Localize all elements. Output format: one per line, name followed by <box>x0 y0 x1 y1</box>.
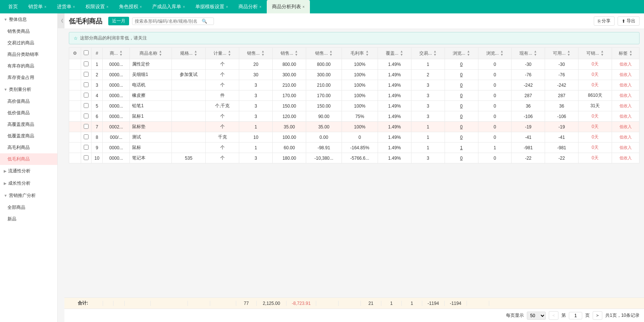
th-sales-amount[interactable]: 销售...▲▼ <box>273 48 306 59</box>
share-icon: ⎘ <box>598 19 600 24</box>
th-current-stock[interactable]: 现有...▲▼ <box>512 48 545 59</box>
search-icon[interactable]: 🔍 <box>202 19 207 24</box>
sidebar-item-category-sales-rate[interactable]: 商品分类助销率 <box>0 49 57 60</box>
row-checkbox[interactable] <box>84 103 89 108</box>
th-coverage[interactable]: 覆盖...▲▼ <box>378 48 411 59</box>
nav-product-inbound[interactable]: 产成品入库单 × <box>147 0 190 13</box>
th-spec[interactable]: 规格...▲▼ <box>172 48 206 59</box>
th-settings[interactable]: ⚙ <box>69 48 81 59</box>
close-icon[interactable]: × <box>106 5 109 9</box>
cell-sales-qty: 30 <box>239 70 273 80</box>
sidebar-item-all-products[interactable]: 全部商品 <box>0 202 57 213</box>
nav-template-settings[interactable]: 单据模板设置 × <box>190 0 233 13</box>
sidebar-item-high-value[interactable]: 高价值商品 <box>0 96 57 107</box>
sidebar-item-sales-products[interactable]: 销售类商品 <box>0 26 57 37</box>
cell-sales-profit: 170.00 <box>306 90 342 101</box>
cell-view1[interactable]: 0 <box>445 101 478 111</box>
export-button[interactable]: ⬆ 导出 <box>618 16 640 26</box>
row-checkbox[interactable] <box>84 134 89 139</box>
row-checkbox[interactable] <box>84 93 89 98</box>
th-code[interactable]: 商...▲▼ <box>103 48 130 59</box>
nav-product-analysis[interactable]: 商品分析 × <box>233 0 267 13</box>
th-unit[interactable]: 计量...▲▼ <box>206 48 239 59</box>
date-filter-button[interactable]: 近一月 <box>108 17 129 25</box>
nav-sales-order[interactable]: 销货单 × <box>23 0 52 13</box>
sidebar-item-stock-funds[interactable]: 库存资金占用 <box>0 72 57 83</box>
th-name[interactable]: 商品名称▲▼ <box>130 48 172 59</box>
sidebar-group-category-title[interactable]: ▼ 类别量分析 <box>0 83 57 96</box>
cell-view1[interactable]: 0 <box>445 122 478 132</box>
prev-page-button[interactable]: ＜ <box>549 311 558 320</box>
sidebar-item-low-margin[interactable]: 低毛利商品 <box>0 153 57 165</box>
sidebar-item-new-products[interactable]: 新品 <box>0 213 57 225</box>
nav-product-analysis-list[interactable]: 商品分析列表 × <box>267 0 310 13</box>
sidebar-item-high-margin[interactable]: 高毛利商品 <box>0 142 57 153</box>
cell-view1[interactable]: 1 <box>445 143 478 153</box>
close-icon[interactable]: × <box>44 5 47 9</box>
nav-home[interactable]: 首页 <box>3 0 23 13</box>
row-checkbox[interactable] <box>84 155 89 160</box>
row-checkbox[interactable] <box>84 82 89 87</box>
page-size-select[interactable]: 50 100 200 <box>527 312 546 320</box>
th-available[interactable]: 可用...▲▼ <box>545 48 579 59</box>
cell-spec <box>172 80 206 90</box>
sidebar-item-stock-products[interactable]: 有库存的商品 <box>0 60 57 72</box>
sidebar-item-traded-products[interactable]: 交易过的商品 <box>0 37 57 49</box>
cell-sales-amount: 60.00 <box>273 143 306 153</box>
cell-settings <box>69 90 81 101</box>
sidebar-group-overall-title[interactable]: ▼ 整体信息 <box>0 13 57 26</box>
cell-view1[interactable]: 0 <box>445 70 478 80</box>
cell-view1[interactable]: 0 <box>445 59 478 70</box>
row-checkbox[interactable] <box>84 124 89 129</box>
sidebar-item-low-coverage[interactable]: 低覆盖度商品 <box>0 130 57 142</box>
th-sales-profit[interactable]: 销售...▲▼ <box>306 48 342 59</box>
th-trade[interactable]: 交易...▲▼ <box>411 48 445 59</box>
th-tag[interactable]: 标签▲▼ <box>612 48 640 59</box>
nav-role-auth[interactable]: 角色授权 × <box>114 0 147 13</box>
close-icon[interactable]: × <box>226 5 228 9</box>
search-box: 🔍 <box>132 17 214 25</box>
row-checkbox[interactable] <box>84 114 89 118</box>
close-icon[interactable]: × <box>259 5 262 9</box>
close-icon[interactable]: × <box>140 5 142 9</box>
cell-current-stock: -22 <box>512 153 545 163</box>
sort-icon: ▲▼ <box>433 50 437 57</box>
row-checkbox[interactable] <box>84 61 89 66</box>
select-all-checkbox[interactable] <box>84 50 89 55</box>
cell-sales-profit: 35.00 <box>306 122 342 132</box>
cell-view1[interactable]: 0 <box>445 111 478 122</box>
sidebar-group-liquidity-title[interactable]: ▶ 流通性分析 <box>0 165 57 177</box>
sidebar-group-marketing-title[interactable]: ▼ 营销推广分析 <box>0 189 57 202</box>
sidebar-group-growth-title[interactable]: ▶ 成长性分析 <box>0 177 57 189</box>
th-sales-qty[interactable]: 销售...▲▼ <box>239 48 273 59</box>
th-view1[interactable]: 浏览...▲▼ <box>445 48 478 59</box>
th-view2[interactable]: 浏览...▲▼ <box>478 48 512 59</box>
cell-spec <box>172 122 206 132</box>
cell-gross-margin: 75% <box>342 111 378 122</box>
close-icon[interactable]: × <box>302 5 305 9</box>
cell-view1[interactable]: 0 <box>445 80 478 90</box>
close-icon[interactable]: × <box>183 5 185 9</box>
sidebar-collapse-button[interactable]: 《 <box>58 13 64 28</box>
page-number-input[interactable] <box>569 312 582 319</box>
sidebar-item-low-value[interactable]: 低价值商品 <box>0 107 57 119</box>
nav-purchase-order[interactable]: 进货单 × <box>52 0 80 13</box>
cell-view1[interactable]: 0 <box>445 132 478 143</box>
share-button[interactable]: ⎘ 分享 <box>594 16 615 26</box>
next-page-button[interactable]: ＞ <box>593 311 602 320</box>
cell-view1[interactable]: 0 <box>445 153 478 163</box>
cell-unit: 个 <box>206 143 239 153</box>
nav-permission-settings[interactable]: 权限设置 × <box>80 0 114 13</box>
cell-sales-amount: 180.00 <box>273 153 306 163</box>
cell-num: 2 <box>92 70 103 80</box>
search-input[interactable] <box>135 19 202 24</box>
close-icon[interactable]: × <box>73 5 75 9</box>
row-checkbox[interactable] <box>84 145 89 150</box>
th-sellable[interactable]: 可销...▲▼ <box>579 48 612 59</box>
cell-spec <box>172 90 206 101</box>
row-checkbox[interactable] <box>84 72 89 77</box>
cell-view1[interactable]: 0 <box>445 90 478 101</box>
sidebar-item-high-coverage[interactable]: 高覆盖度商品 <box>0 119 57 130</box>
cell-sales-amount: 170.00 <box>273 90 306 101</box>
th-gross-margin[interactable]: 毛利率▲▼ <box>342 48 378 59</box>
